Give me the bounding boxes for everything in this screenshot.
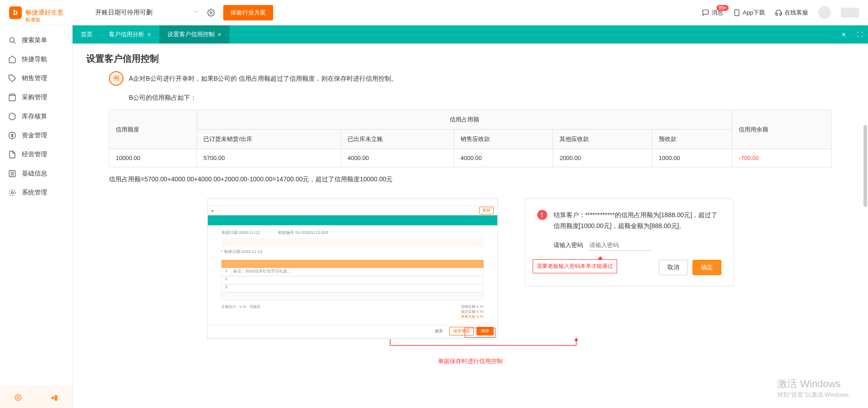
watermark-line2: 转到"设置"以激活 Windows。 <box>777 391 854 399</box>
th-c3: 销售应收款 <box>454 130 553 149</box>
tab-home[interactable]: 首页 <box>73 25 101 44</box>
page-title: 设置客户信用控制 <box>86 53 854 65</box>
sidebar-item-system[interactable]: 系统管理 <box>0 183 72 202</box>
mobile-icon <box>733 9 740 16</box>
td-c2: 4000.00 <box>341 149 454 167</box>
td-c5: 1000.00 <box>652 149 732 167</box>
sidebar-item-funds[interactable]: 资金管理 <box>0 126 72 145</box>
sidebar-item-basicinfo[interactable]: 基础信息 <box>0 164 72 183</box>
gear-icon <box>8 189 16 197</box>
sidebar-label: 快捷导航 <box>22 55 47 63</box>
messages-button[interactable]: 消息 99+ <box>702 9 723 17</box>
sidebar-footer: ◂▮ <box>0 386 72 408</box>
tab-label: 首页 <box>81 30 93 39</box>
tab-credit-analysis[interactable]: 客户信用分析 ✕ <box>101 25 159 44</box>
windows-watermark: 激活 Windows 转到"设置"以激活 Windows。 <box>777 377 854 399</box>
tabs-bar: 首页 客户信用分析 ✕ 设置客户信用控制 ✕ ✕ ⛶ <box>73 25 868 44</box>
illustration-screenshot: ● 更新 单据日期 2020-11-13单据编号 SA-20201113-003… <box>207 199 498 339</box>
close-icon[interactable]: ✕ <box>217 32 221 38</box>
sidebar-label: 库存核算 <box>22 112 47 121</box>
th-c5: 预收款 <box>652 130 732 149</box>
user-avatar[interactable] <box>818 6 831 19</box>
example-badge: 例 <box>109 71 123 86</box>
td-c4: 2000.00 <box>553 149 652 167</box>
sidebar-item-inventory[interactable]: 库存核算 <box>0 107 72 126</box>
settings-gear-icon[interactable] <box>207 9 215 17</box>
ok-button[interactable]: 确定 <box>692 260 721 275</box>
sidebar-label: 搜索菜单 <box>22 36 47 44</box>
svg-point-11 <box>11 192 14 194</box>
illustration-caption: 单据保存时进行信用控制 <box>109 357 832 365</box>
user-name-placeholder[interactable] <box>841 8 859 18</box>
svg-point-13 <box>17 397 19 398</box>
password-note: 需要老板输入密码本单才能通过 <box>533 259 617 273</box>
sidebar-item-sales[interactable]: 销售管理 <box>0 69 72 88</box>
sidebar: 搜索菜单 快捷导航 销售管理 采购管理 库存核算 <box>0 25 73 408</box>
th-occupy: 信用占用额 <box>197 110 732 130</box>
sidebar-label: 资金管理 <box>22 131 47 140</box>
credit-table: 信用额度 信用占用额 信用用余额 已订货未销货/出库 已出库未立账 销售应收款 … <box>109 110 832 167</box>
th-c1: 已订货未销货/出库 <box>197 130 341 149</box>
th-c4: 其他应收款 <box>553 130 652 149</box>
money-icon <box>8 131 16 140</box>
illustration-dialog: ! 结算客户：************的信用占用额为[1888.00元]，超过了… <box>525 199 734 287</box>
message-icon <box>702 9 709 16</box>
alert-icon: ! <box>537 210 547 220</box>
tab-label: 设置客户信用控制 <box>167 30 215 39</box>
sidebar-item-quicknav[interactable]: 快捷导航 <box>0 50 72 69</box>
th-c2: 已出库未立账 <box>341 130 454 149</box>
messages-badge: 99+ <box>716 5 729 11</box>
top-header: b 畅捷通好生意 标准版 开账日期可停用可删 ﹀ 体验行业方案 消息 99+ A… <box>0 0 868 25</box>
chevron-down-icon: ﹀ <box>193 9 199 16</box>
home-icon <box>8 55 16 63</box>
period-label: 开账日期可停用可删 <box>95 9 152 17</box>
list-icon <box>8 170 16 178</box>
support-label: 在线客服 <box>785 9 808 17</box>
tag-icon <box>8 74 16 83</box>
mini-discard: 放弃 <box>431 327 446 335</box>
th-credit: 信用额度 <box>109 110 197 149</box>
mini-save-draft: 保存草稿 <box>449 327 474 335</box>
example-text-1: A企对B公司进行开单时，如果B公司的 信用占用额超过了信用额度，则在保存时进行信… <box>129 73 397 84</box>
sidebar-label: 销售管理 <box>22 74 47 83</box>
td-c1: 5700.00 <box>197 149 341 167</box>
password-input[interactable] <box>588 240 652 251</box>
mini-save: 保存 <box>476 327 494 335</box>
app-download-button[interactable]: App下载 <box>733 9 765 17</box>
password-label: 请输入密码 <box>554 241 583 249</box>
search-icon <box>8 36 16 44</box>
alert-text: 结算客户：************的信用占用额为[1888.00元]，超过了信用… <box>554 210 721 232</box>
tab-label: 客户信用分析 <box>109 30 144 39</box>
settings-icon[interactable] <box>15 394 22 401</box>
tab-close-all-icon[interactable]: ✕ <box>835 25 852 44</box>
example-text-2: B公司的信用额占如下： <box>129 92 832 103</box>
logo-text: 畅捷通好生意 <box>25 9 64 17</box>
sidebar-label: 经营管理 <box>22 151 47 159</box>
svg-rect-1 <box>735 10 739 15</box>
box-icon <box>8 112 16 121</box>
close-icon[interactable]: ✕ <box>147 32 151 38</box>
tab-fullscreen-icon[interactable]: ⛶ <box>852 25 868 44</box>
headset-icon <box>775 9 782 16</box>
collapse-icon[interactable]: ◂▮ <box>50 393 58 402</box>
doc-icon <box>8 151 16 159</box>
scrollbar[interactable] <box>862 71 868 408</box>
period-selector[interactable]: 开账日期可停用可删 ﹀ <box>95 9 199 17</box>
sidebar-item-business[interactable]: 经营管理 <box>0 145 72 164</box>
th-balance: 信用用余额 <box>732 110 832 149</box>
formula-text: 信用占用额=5700.00+4000.00+4000.00+2000.00-10… <box>109 174 832 185</box>
svg-point-3 <box>10 38 15 43</box>
support-button[interactable]: 在线客服 <box>775 9 808 17</box>
logo-icon: b <box>9 6 22 19</box>
sidebar-item-search[interactable]: 搜索菜单 <box>0 31 72 50</box>
scrollbar-thumb[interactable] <box>863 125 867 207</box>
cancel-button[interactable]: 取消 <box>659 260 688 275</box>
logo[interactable]: b 畅捷通好生意 <box>9 6 82 19</box>
tab-credit-control[interactable]: 设置客户信用控制 ✕ <box>159 25 230 44</box>
svg-point-12 <box>9 189 15 196</box>
cart-icon <box>8 93 16 102</box>
mini-refresh: 更新 <box>479 207 494 214</box>
td-c3: 4000.00 <box>454 149 553 167</box>
sidebar-item-purchase[interactable]: 采购管理 <box>0 88 72 107</box>
cta-button[interactable]: 体验行业方案 <box>223 5 273 20</box>
